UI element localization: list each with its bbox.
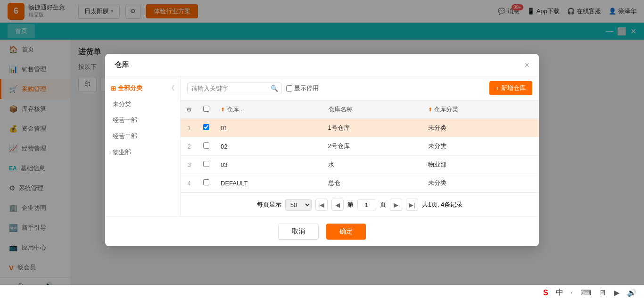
row-check[interactable] — [198, 119, 215, 137]
row-check[interactable] — [198, 137, 215, 156]
row-category: 未分类 — [422, 174, 539, 192]
modal-footer: 取消 确定 — [105, 217, 539, 246]
bottom-icon-dot: · — [571, 289, 573, 297]
table-row[interactable]: 4 DEFAULT 总仓 未分类 — [181, 174, 539, 192]
last-page-button[interactable]: ▶| — [406, 199, 418, 211]
table-row[interactable]: 2 02 2号仓库 未分类 — [181, 137, 539, 156]
confirm-button[interactable]: 确定 — [326, 224, 366, 240]
search-box: 🔍 — [187, 83, 281, 94]
prev-page-button[interactable]: ◀ — [331, 199, 344, 211]
row-category: 未分类 — [422, 137, 539, 156]
row-num: 2 — [181, 137, 198, 156]
data-table-wrap: ⚙ ⬆ 仓库... 仓库名称 — [181, 100, 539, 192]
show-disabled-checkbox[interactable] — [286, 85, 292, 92]
col-settings: ⚙ — [181, 100, 198, 119]
row-category: 物业部 — [422, 156, 539, 174]
table-panel: 🔍 显示停用 + 新增仓库 ⚙ — [181, 76, 539, 217]
page-number-input[interactable] — [357, 200, 376, 210]
grid-icon: ⊞ — [111, 85, 116, 92]
category-item-0[interactable]: 未分类 — [105, 96, 180, 112]
page-size-label: 每页显示 — [257, 200, 281, 209]
modal-title: 仓库 — [115, 60, 129, 69]
row-name: 2号仓库 — [322, 137, 422, 156]
table-header-row: ⚙ ⬆ 仓库... 仓库名称 — [181, 100, 539, 119]
row-check[interactable] — [198, 156, 215, 174]
modal-close-button[interactable]: × — [524, 61, 529, 69]
show-disabled-text: 显示停用 — [294, 84, 319, 92]
sort-icon-code: ⬆ — [221, 107, 225, 112]
pagination: 每页显示 50 10 20 100 |◀ ◀ 第 页 ▶ ▶| 共1页, 4条记… — [181, 192, 539, 217]
page-summary: 共1页, 4条记录 — [422, 200, 463, 209]
page-size-select[interactable]: 50 10 20 100 — [285, 199, 312, 211]
cancel-button[interactable]: 取消 — [278, 224, 319, 240]
bottom-sound-icon[interactable]: 🔊 — [627, 288, 636, 297]
new-warehouse-button[interactable]: + 新增仓库 — [489, 81, 532, 95]
modal-overlay: 仓库 × ⊞ 全部分类 《 未分类 经营一部 经营二部 物业部 — [0, 0, 644, 300]
row-name: 总仓 — [322, 174, 422, 192]
row-code: 01 — [215, 119, 322, 137]
row-name: 1号仓库 — [322, 119, 422, 137]
table-toolbar: 🔍 显示停用 + 新增仓库 — [181, 76, 539, 100]
category-panel: ⊞ 全部分类 《 未分类 经营一部 经营二部 物业部 — [105, 76, 181, 217]
modal-header: 仓库 × — [105, 54, 539, 76]
search-input[interactable] — [191, 85, 271, 92]
row-code: 03 — [215, 156, 322, 174]
search-icon: 🔍 — [271, 85, 278, 92]
select-all-checkbox[interactable] — [203, 106, 209, 112]
table-row[interactable]: 3 03 水 物业部 — [181, 156, 539, 174]
warehouse-modal: 仓库 × ⊞ 全部分类 《 未分类 经营一部 经营二部 物业部 — [105, 54, 539, 246]
first-page-button[interactable]: |◀ — [315, 199, 328, 211]
row-num: 3 — [181, 156, 198, 174]
next-page-button[interactable]: ▶ — [390, 199, 402, 211]
category-header: ⊞ 全部分类 《 — [105, 80, 180, 96]
bottom-bar: S 中 · ⌨ 🖥 ▶ 🔊 — [0, 285, 644, 300]
row-code: DEFAULT — [215, 174, 322, 192]
col-code: ⬆ 仓库... — [215, 100, 322, 119]
row-code: 02 — [215, 137, 322, 156]
category-item-2[interactable]: 经营二部 — [105, 128, 180, 144]
page-label-post: 页 — [380, 200, 386, 209]
sort-icon-cat: ⬆ — [428, 107, 432, 112]
bottom-play-icon[interactable]: ▶ — [614, 288, 619, 297]
warehouse-table: ⚙ ⬆ 仓库... 仓库名称 — [181, 100, 539, 192]
page-label-pre: 第 — [347, 200, 354, 209]
bottom-screen-icon[interactable]: 🖥 — [599, 289, 606, 297]
row-category: 未分类 — [422, 119, 539, 137]
all-categories-label[interactable]: ⊞ 全部分类 — [111, 84, 142, 92]
table-row[interactable]: 1 01 1号仓库 未分类 — [181, 119, 539, 137]
row-check[interactable] — [198, 174, 215, 192]
row-num: 1 — [181, 119, 198, 137]
bottom-icon-zh[interactable]: 中 — [556, 288, 563, 298]
col-check — [198, 100, 215, 119]
row-name: 水 — [322, 156, 422, 174]
category-collapse-button[interactable]: 《 — [168, 84, 174, 92]
modal-body: ⊞ 全部分类 《 未分类 经营一部 经营二部 物业部 🔍 — [105, 76, 539, 217]
bottom-icon-s[interactable]: S — [543, 289, 548, 297]
category-item-1[interactable]: 经营一部 — [105, 112, 180, 128]
category-item-3[interactable]: 物业部 — [105, 144, 180, 160]
col-name: 仓库名称 — [322, 100, 422, 119]
show-disabled-label[interactable]: 显示停用 — [286, 84, 319, 92]
all-categories-text: 全部分类 — [118, 84, 142, 92]
bottom-keyboard-icon[interactable]: ⌨ — [580, 288, 591, 297]
col-category: ⬆ 仓库分类 — [422, 100, 539, 119]
row-num: 4 — [181, 174, 198, 192]
